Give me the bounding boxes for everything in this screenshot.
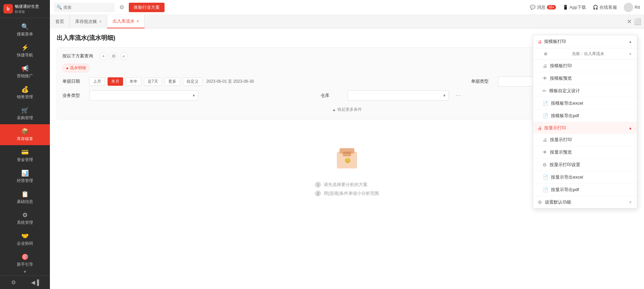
dropdown-item-preview-display[interactable]: 👁 按显示预览 [533, 146, 637, 159]
filter-scheme-label: 按以下方案查询 [62, 53, 93, 59]
dropdown-current-arrow: ▼ [628, 52, 632, 56]
dropdown-item-preview-template[interactable]: 👁 按模板预览 [533, 72, 637, 85]
sidebar-settings-button[interactable]: ⚙ [11, 279, 16, 286]
user-avatar [624, 3, 633, 12]
app-download-icon: 📱 [563, 5, 568, 10]
sidebar-item-sales[interactable]: 💰 销售管理 [0, 82, 50, 103]
dropdown-item-print-template[interactable]: 🖨 按模板打印 [533, 60, 637, 72]
empty-step-2: 2 用[选项]条件来缩小分析范围 [315, 189, 379, 198]
header-search-box[interactable]: 🔍 [54, 3, 115, 12]
sidebar-item-operations[interactable]: 📊 经营管理 [0, 166, 50, 187]
tab-inventory-flow-label: 出入库流水 [113, 18, 135, 24]
filter-add-button[interactable]: + [100, 52, 107, 60]
dropdown-section-display[interactable]: 🖨 按显示打印 ▲ [533, 122, 637, 134]
dropdown-current-label: 当前：出入库流水 [572, 51, 604, 57]
excel-display-icon: 📄 [543, 175, 548, 180]
print-icon: 🖨 [543, 63, 547, 69]
sidebar-item-label: 基础信息 [17, 199, 33, 205]
dropdown-item-print-settings[interactable]: ⚙ 按显示打印设置 [533, 159, 637, 171]
basic-icon: 📋 [21, 190, 29, 198]
sidebar-item-label: 资金管理 [17, 157, 33, 163]
display-section-icon: 🖨 [538, 126, 542, 131]
filter-collapse-button[interactable]: « [120, 52, 127, 60]
filter-settings-button[interactable]: ⚙ [110, 52, 117, 60]
sidebar-item-purchase[interactable]: 🛒 采购管理 [0, 103, 50, 124]
sidebar-logo: b 畅捷通好生意 标准版 [0, 0, 50, 18]
sidebar-scroll-down[interactable]: ▼ [0, 268, 50, 275]
page-content: 出入库流水(流水明细) 🖨 按模板打印 ▲ | 📤 导出 | 🔄 [50, 28, 644, 289]
tab-inventory-flow[interactable]: 出入库流水 × [107, 15, 145, 28]
sidebar-item-label: 系统管理 [17, 220, 33, 226]
tag-dot-icon: ● [66, 66, 68, 71]
date-option-this-month[interactable]: 本月 [108, 77, 123, 86]
tab-home[interactable]: 首页 [50, 15, 70, 28]
sidebar-item-label: 快捷导航 [17, 52, 33, 58]
sidebar-item-quick-nav[interactable]: ⚡ 快捷导航 [0, 41, 50, 61]
filter-add-buttons: + ⚙ « [100, 52, 127, 60]
dropdown-collapse-icon[interactable]: ▲ [628, 40, 632, 44]
sidebar-item-finance[interactable]: 💳 资金管理 [0, 145, 50, 166]
dropdown-set-default-button[interactable]: ⚙ 设置默认功能 ▼ [533, 196, 637, 208]
settings-display-icon: ⚙ [543, 162, 547, 167]
sidebar-item-inventory[interactable]: 📦 库存核算 [0, 124, 50, 145]
collapse-label: 收起更多条件 [338, 107, 362, 112]
message-button[interactable]: 💬 消息 99+ [530, 4, 556, 10]
warehouse-more-button[interactable]: ··· [456, 93, 461, 99]
dropdown-item-export-pdf-display[interactable]: 📄 按显示导出pdf [533, 184, 637, 196]
filter-warehouse-select[interactable] [348, 90, 449, 101]
close-window-button[interactable]: ✕ [627, 18, 632, 25]
customer-service-button[interactable]: 🎧 在线客服 [593, 4, 617, 10]
filter-tag-flow[interactable]: ● 流水明细 [62, 64, 90, 72]
display-section-label: 按显示打印 [544, 125, 566, 131]
header-search-input[interactable] [63, 5, 112, 10]
sidebar-item-label: 库存核算 [17, 136, 33, 142]
app-logo-text: 畅捷通好生意 标准版 [15, 4, 39, 14]
sidebar-item-system[interactable]: ⚙ 系统管理 [0, 208, 50, 229]
tab-batch-account-close[interactable]: × [99, 19, 101, 24]
sidebar-item-guide[interactable]: 🎯 新手引导 [0, 250, 50, 268]
preview-icon: 👁 [543, 76, 547, 81]
step-1-text: 请先选择要分析的方案 [324, 180, 368, 189]
sidebar-item-search[interactable]: 🔍 搜索菜单 [0, 20, 50, 41]
dropdown-item-export-excel-template[interactable]: 📄 按模板导出excel [533, 97, 637, 110]
sidebar-collapse-button[interactable]: ◀▐ [31, 279, 39, 286]
print-dropdown: 🖨 按模板打印 ▲ ⚙ 当前：出入库流水 ▼ 🖨 按模板打印 [533, 35, 637, 209]
app-download-button[interactable]: 📱 App下载 [563, 4, 586, 10]
filter-type-label: 单据类型 [471, 78, 491, 84]
sidebar-item-enterprise[interactable]: 🤝 企业协同 [0, 229, 50, 250]
date-option-last-month[interactable]: 上月 [89, 77, 105, 86]
filter-warehouse-label: 仓库 [321, 93, 341, 99]
date-option-custom[interactable]: 自定义 [183, 77, 202, 86]
app-download-label: App下载 [569, 4, 586, 10]
inventory-icon: 📦 [21, 128, 29, 135]
user-menu-button[interactable]: Rit [624, 3, 640, 12]
header-gear-icon[interactable]: ⚙ [119, 4, 124, 10]
pdf-display-icon: 📄 [543, 187, 548, 192]
tab-batch-account[interactable]: 库存批次账 × [70, 15, 107, 28]
date-option-this-year[interactable]: 本年 [126, 77, 141, 86]
dropdown-item-print-display[interactable]: 🖨 按显示打印 [533, 134, 637, 146]
date-option-7days[interactable]: 近7天 [144, 77, 162, 86]
dropdown-item-label: 按模板预览 [550, 75, 572, 81]
message-badge: 99+ [547, 5, 556, 9]
sidebar-item-marketing[interactable]: 📢 营销推广 [0, 61, 50, 82]
tab-window-controls: ✕ ⬜ [627, 18, 641, 25]
guide-icon: 🎯 [21, 253, 29, 261]
tab-inventory-flow-close[interactable]: × [137, 19, 139, 24]
maximize-window-button[interactable]: ⬜ [634, 18, 641, 25]
main-area: 🔍 ⚙ 体验行业方案 💬 消息 99+ 📱 App下载 🎧 在线客服 Rit [50, 0, 644, 289]
sidebar-item-label: 企业协同 [17, 241, 33, 246]
dropdown-item-export-pdf-template[interactable]: 📄 按模板导出pdf [533, 110, 637, 122]
filter-biz-select[interactable] [89, 90, 198, 101]
enterprise-icon: 🤝 [21, 232, 29, 240]
dropdown-item-label: 按模板导出excel [551, 100, 583, 106]
date-option-more[interactable]: 更多 [165, 77, 180, 86]
sidebar-item-basic[interactable]: 📋 基础信息 [0, 187, 50, 208]
dropdown-item-label: 按显示导出pdf [551, 187, 579, 193]
dropdown-item-export-excel-display[interactable]: 📄 按显示导出excel [533, 171, 637, 184]
empty-state-icon: 😊 [330, 140, 364, 174]
dropdown-item-custom-design[interactable]: ✏ 模板自定义设计 [533, 85, 637, 97]
trial-button[interactable]: 体验行业方案 [129, 3, 165, 12]
svg-rect-2 [343, 152, 351, 156]
dropdown-item-label: 按模板打印 [550, 63, 572, 69]
